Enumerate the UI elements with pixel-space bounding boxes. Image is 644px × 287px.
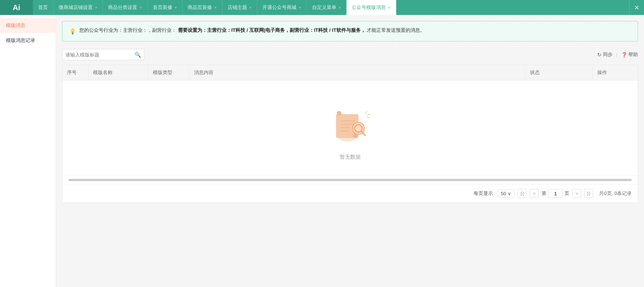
pagination: 每页显示 50 ∨ ⟨⟨ ＜ 第 页 ＞ ⟩⟩ 共0页, 0条记录 bbox=[62, 184, 638, 202]
sidebar-item-template-message[interactable]: 模版消息 bbox=[0, 18, 56, 33]
search-icon[interactable]: 🔍 bbox=[135, 52, 141, 58]
close-tab-template-msg[interactable]: × bbox=[388, 6, 390, 10]
divider: | bbox=[616, 52, 617, 58]
tab-bar: 首页 微商城店铺设置 × 商品分类设置 × 首页装修 × 商品页装修 × 店铺主… bbox=[33, 0, 629, 15]
per-page-label: 每页显示 bbox=[474, 190, 493, 197]
prev-page-button[interactable]: ＜ bbox=[530, 189, 539, 198]
th-type: 模版类型 bbox=[148, 65, 189, 80]
notice-icon: 💡 bbox=[69, 27, 76, 36]
tab-category[interactable]: 商品分类设置 × bbox=[103, 0, 147, 15]
th-seq: 序号 bbox=[62, 65, 89, 80]
horizontal-scrollbar[interactable] bbox=[62, 175, 638, 184]
th-status: 状态 bbox=[526, 65, 593, 80]
close-tab-shop-theme[interactable]: × bbox=[249, 6, 252, 10]
global-close-button[interactable]: ✕ bbox=[629, 0, 644, 15]
sidebar: 模版消息 模版消息记录 bbox=[0, 15, 56, 287]
svg-line-7 bbox=[362, 132, 365, 135]
main-content: 💡 您的公众号行业为：主营行业：，副营行业： 需要设置为：主营行业：IT科技 /… bbox=[56, 15, 644, 287]
close-tab-weishop[interactable]: × bbox=[95, 6, 97, 10]
empty-illustration bbox=[328, 103, 373, 148]
page-input-group: 第 页 bbox=[542, 189, 569, 198]
search-left: 🔍 bbox=[62, 49, 144, 60]
th-content: 消息内容 bbox=[189, 65, 526, 80]
svg-line-9 bbox=[368, 114, 370, 115]
close-tab-category[interactable]: × bbox=[139, 6, 142, 10]
notice-box: 💡 您的公众号行业为：主营行业：，副营行业： 需要设置为：主营行业：IT科技 /… bbox=[62, 21, 638, 42]
page-label: 第 bbox=[542, 190, 546, 197]
tab-homepage-decor[interactable]: 首页装修 × bbox=[148, 0, 182, 15]
search-input-wrap[interactable]: 🔍 bbox=[62, 49, 144, 60]
next-page-button[interactable]: ＞ bbox=[572, 189, 581, 198]
table-header: 序号 模版名称 模版类型 消息内容 状态 操作 bbox=[62, 65, 638, 80]
close-tab-homepage-decor[interactable]: × bbox=[175, 6, 177, 10]
app-logo: Ai bbox=[0, 0, 33, 15]
tab-template-msg[interactable]: 公众号模版消息 × bbox=[346, 0, 396, 15]
tab-open-mall[interactable]: 开通公众号商城 × bbox=[257, 0, 306, 15]
page-unit: 页 bbox=[564, 190, 569, 197]
close-tab-open-mall[interactable]: × bbox=[299, 6, 301, 10]
close-tab-product-decor[interactable]: × bbox=[214, 6, 216, 10]
tab-product-decor[interactable]: 商品页装修 × bbox=[182, 0, 222, 15]
per-page-select[interactable]: 50 ∨ bbox=[497, 190, 515, 198]
main-layout: 模版消息 模版消息记录 💡 您的公众号行业为：主营行业：，副营行业： 需要设置为… bbox=[0, 15, 644, 287]
empty-text: 暂无数据 bbox=[340, 154, 361, 161]
page-number-input[interactable] bbox=[548, 189, 563, 198]
th-name: 模版名称 bbox=[89, 65, 148, 80]
tab-weishop[interactable]: 微商城店铺设置 × bbox=[53, 0, 103, 15]
per-page-value: 50 bbox=[501, 191, 506, 196]
svg-line-10 bbox=[367, 117, 370, 118]
top-navigation: Ai 首页 微商城店铺设置 × 商品分类设置 × 首页装修 × 商品页装修 × … bbox=[0, 0, 644, 15]
tab-home[interactable]: 首页 bbox=[33, 0, 53, 15]
search-right: ↻ 同步 | ❓ 帮助 bbox=[597, 51, 638, 58]
data-table: 序号 模版名称 模版类型 消息内容 状态 操作 bbox=[62, 65, 638, 203]
close-tab-custom-menu[interactable]: × bbox=[339, 6, 341, 10]
empty-state: 暂无数据 bbox=[62, 80, 638, 175]
chevron-down-icon: ∨ bbox=[508, 191, 511, 196]
search-input[interactable] bbox=[65, 52, 135, 58]
svg-line-8 bbox=[365, 112, 367, 113]
scrollbar-track[interactable] bbox=[68, 179, 632, 181]
search-bar: 🔍 ↻ 同步 | ❓ 帮助 bbox=[62, 49, 638, 60]
total-info: 共0页, 0条记录 bbox=[599, 190, 632, 197]
tab-shop-theme[interactable]: 店铺主题 × bbox=[222, 0, 257, 15]
sync-button[interactable]: ↻ 同步 bbox=[597, 51, 613, 58]
sync-icon: ↻ bbox=[597, 52, 601, 58]
last-page-button[interactable]: ⟩⟩ bbox=[584, 189, 593, 198]
help-button[interactable]: ❓ 帮助 bbox=[621, 51, 638, 58]
sidebar-item-template-record[interactable]: 模版消息记录 bbox=[0, 33, 56, 48]
th-action: 操作 bbox=[593, 65, 638, 80]
tab-custom-menu[interactable]: 自定义菜单 × bbox=[307, 0, 346, 15]
first-page-button[interactable]: ⟨⟨ bbox=[518, 189, 527, 198]
notice-text: 您的公众号行业为：主营行业：，副营行业： 需要设置为：主营行业：IT科技 / 互… bbox=[79, 27, 425, 34]
help-icon: ❓ bbox=[621, 52, 627, 58]
